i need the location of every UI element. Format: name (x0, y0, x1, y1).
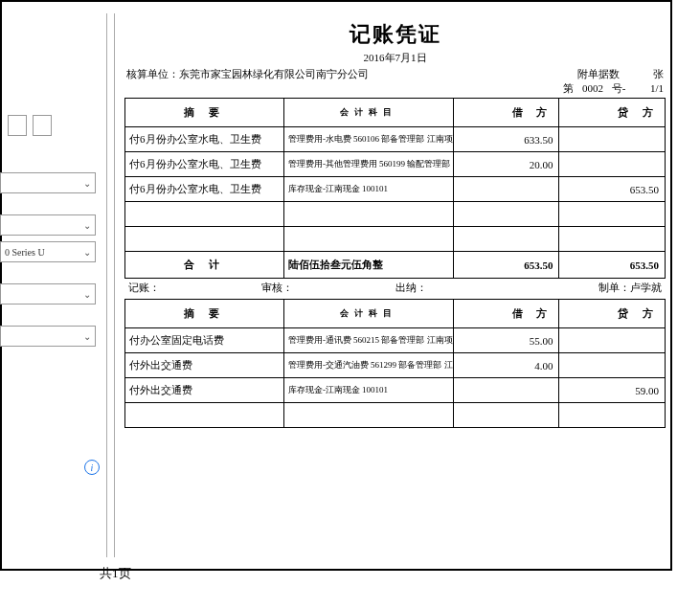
table-row: 付6月份办公室水电、卫生费库存现金-江南现金 100101653.50 (125, 177, 666, 202)
left-dropdown-5[interactable]: ⌄ (0, 326, 96, 347)
print-preview: 记账凭证 2016年7月1日 核算单位：东莞市家宝园林绿化有限公司南宁分公司 附… (124, 14, 666, 555)
unit-value: 东莞市家宝园林绿化有限公司南宁分公司 (179, 68, 369, 79)
table-row: 付6月份办公室水电、卫生费管理费用-其他管理费用 560199 输配管理部 江南… (125, 152, 666, 177)
divider (114, 13, 115, 557)
chevron-down-icon: ⌄ (83, 247, 91, 258)
chevron-down-icon: ⌄ (83, 178, 91, 189)
info-icon[interactable]: i (84, 460, 100, 475)
col-summary: 摘 要 (125, 99, 284, 127)
total-row: 合 计 陆佰伍拾叁元伍角整 653.50 653.50 (125, 252, 666, 279)
page-frac: 1/1 (650, 82, 664, 94)
chevron-down-icon: ⌄ (83, 220, 91, 231)
left-dropdown-4[interactable]: ⌄ (0, 283, 96, 304)
sign-maker-name: 卢学就 (630, 282, 662, 293)
col-account: 会计科目 (283, 300, 453, 328)
left-control-2[interactable] (33, 115, 52, 136)
unit-label: 核算单位： (126, 68, 179, 79)
left-dropdown-1[interactable]: ⌄ (0, 172, 96, 193)
sign-bookkeeper: 记账： (128, 281, 261, 295)
col-debit: 借 方 (453, 99, 559, 127)
voucher-title: 记账凭证 (124, 20, 666, 49)
seq-suffix: 号- (612, 82, 626, 94)
col-account: 会计科目 (283, 99, 453, 127)
table-row (125, 403, 666, 428)
divider (106, 13, 107, 557)
chevron-down-icon: ⌄ (83, 331, 91, 342)
table-row (125, 227, 666, 252)
chevron-down-icon: ⌄ (83, 289, 91, 300)
col-summary: 摘 要 (125, 300, 284, 328)
col-debit: 借 方 (453, 300, 559, 328)
table-row: 付办公室固定电话费管理费用-通讯费 560215 部备管理部 江南项目55.00 (125, 328, 666, 353)
voucher-1: 记账凭证 2016年7月1日 核算单位：东莞市家宝园林绿化有限公司南宁分公司 附… (124, 20, 666, 297)
table-row: 付外出交通费管理费用-交通汽油费 561299 部备管理部 江南项目4.00 (125, 353, 666, 378)
sign-row: 记账： 审核： 出纳： 制单：卢学就 (124, 279, 666, 297)
voucher-2: 摘 要 会计科目 借 方 贷 方 付办公室固定电话费管理费用-通讯费 56021… (124, 299, 666, 428)
seq-prefix: 第 (563, 82, 574, 94)
table-row (125, 202, 666, 227)
sign-cashier: 出纳： (395, 281, 529, 295)
left-control-1[interactable] (8, 115, 27, 136)
attachment-label: 附单据数 (577, 68, 620, 79)
voucher1-table: 摘 要 会计科目 借 方 贷 方 付6月份办公室水电、卫生费管理费用-水电费 5… (124, 98, 666, 279)
col-credit: 贷 方 (559, 300, 666, 328)
attachment-sheet: 张 (653, 68, 664, 79)
table-row: 付外出交通费库存现金-江南现金 10010159.00 (125, 378, 666, 403)
page-count-label: 共1页 (100, 565, 131, 582)
sign-maker-label: 制单： (598, 282, 630, 293)
table-row: 付6月份办公室水电、卫生费管理费用-水电费 560106 部备管理部 江南项目6… (125, 127, 666, 152)
sign-auditor: 审核： (261, 281, 395, 295)
left-dropdown-3[interactable]: 0 Series U⌄ (0, 241, 96, 262)
voucher2-table: 摘 要 会计科目 借 方 贷 方 付办公室固定电话费管理费用-通讯费 56021… (124, 299, 666, 428)
col-credit: 贷 方 (559, 99, 666, 127)
left-dropdown-2[interactable]: ⌄ (0, 214, 96, 236)
voucher-date: 2016年7月1日 (124, 51, 666, 65)
seq-no: 0002 (582, 82, 603, 94)
